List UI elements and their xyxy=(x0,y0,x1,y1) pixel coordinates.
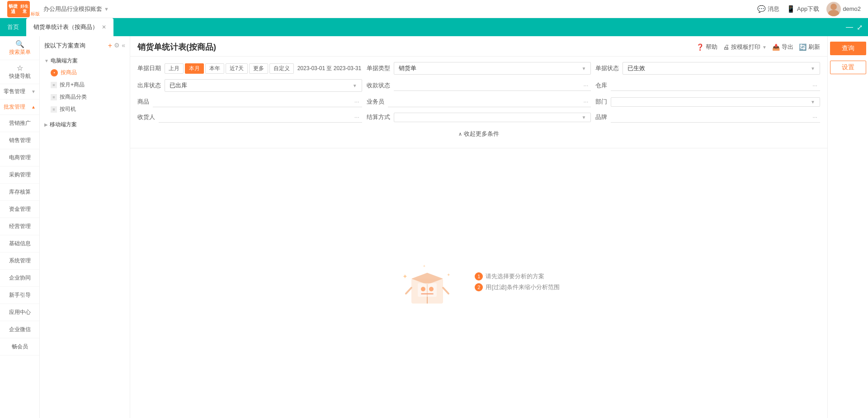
mobile-section-arrow: ▶ xyxy=(44,122,48,127)
sidebar-item-inventory[interactable]: 库存核算 xyxy=(0,184,39,201)
tab-close-icon[interactable]: ✕ xyxy=(102,24,106,30)
search-icon: 🔍 xyxy=(15,40,24,48)
receiver-dots: ··· xyxy=(354,114,359,120)
collapse-row: ∧ 收起更多条件 xyxy=(137,125,820,142)
svg-point-7 xyxy=(429,287,434,291)
tab-bar: 首页 销货单统计表（按商品） ✕ — ⤢ xyxy=(0,18,868,36)
sidebar-item-finance[interactable]: 资金管理 xyxy=(0,201,39,218)
inventory-label: 库存核算 xyxy=(9,189,31,195)
sidebar-quick-nav[interactable]: ☆ 快捷导航 xyxy=(0,60,39,84)
date-btn-last-month[interactable]: 上月 xyxy=(165,63,184,74)
minimize-icon[interactable]: — xyxy=(846,23,853,31)
date-quick-btns: 上月 本月 本年 近7天 更多 自定义 xyxy=(165,63,294,74)
sidebar-item-apps[interactable]: 应用中心 xyxy=(0,304,39,321)
empty-illustration: ✦ ✦ ✦ xyxy=(398,254,457,313)
brand-input[interactable]: ··· xyxy=(611,112,820,123)
collapse-button[interactable]: ∧ 收起更多条件 xyxy=(456,127,502,141)
receipt-status-filter-group: 收款状态 ··· xyxy=(367,80,591,91)
scheme-section-mobile-header[interactable]: ▶ 移动端方案 xyxy=(40,119,130,130)
system-label: 系统管理 xyxy=(9,257,31,264)
receiver-input[interactable]: ··· xyxy=(159,112,362,123)
refresh-button[interactable]: 🔄 刷新 xyxy=(799,43,820,51)
sidebar-item-wechat[interactable]: 企业微信 xyxy=(0,321,39,338)
scheme-item-by-cashier[interactable]: ≡ 按司机 xyxy=(40,103,130,115)
sidebar-item-retail[interactable]: 零售管理 ▼ xyxy=(0,84,39,100)
maximize-icon[interactable]: ⤢ xyxy=(857,23,863,32)
scheme-section-pc: ▼ 电脑端方案 • 按商品 ≡ 按月+商品 ≡ 按商品分类 ≡ 按司机 xyxy=(40,53,130,117)
retail-label: 零售管理 xyxy=(4,88,25,95)
payment-select[interactable]: ▼ xyxy=(394,113,591,122)
sidebar-item-purchase[interactable]: 采购管理 xyxy=(0,166,39,184)
scheme-section-mobile: ▶ 移动端方案 xyxy=(40,117,130,132)
product-input[interactable]: ··· xyxy=(153,96,362,107)
wholesale-label: 批发管理 xyxy=(4,103,25,111)
svg-rect-5 xyxy=(418,283,437,297)
sidebar-item-system[interactable]: 系统管理 xyxy=(0,252,39,270)
warehouse-input[interactable]: ··· xyxy=(611,80,820,91)
warehouse-label: 仓库 xyxy=(595,81,607,90)
pc-section-arrow: ▼ xyxy=(44,58,49,63)
receiver-label: 收货人 xyxy=(137,113,155,121)
dept-filter-group: 部门 ▼ xyxy=(595,97,820,107)
scheme-item-by-product[interactable]: • 按商品 xyxy=(40,66,130,79)
app-logo: 畅捷通 好生意 xyxy=(7,1,30,17)
top-bar: 畅捷通 好生意 标版 办公用品行业模拟账套 ▼ 💬 消息 📱 App下载 dem… xyxy=(0,0,868,18)
date-btn-custom[interactable]: 自定义 xyxy=(269,63,294,74)
template-print-button[interactable]: 🖨 按模板打印 ▼ xyxy=(723,43,767,51)
scheme-item-by-month-product[interactable]: ≡ 按月+商品 xyxy=(40,79,130,91)
receipt-status-dots: ··· xyxy=(583,82,588,89)
svg-rect-8 xyxy=(421,293,434,294)
ecommerce-label: 电商管理 xyxy=(9,154,31,161)
operations-label: 经营管理 xyxy=(9,223,31,229)
dept-select[interactable]: ▼ xyxy=(611,97,820,107)
add-scheme-button[interactable]: + xyxy=(108,42,112,50)
user-menu[interactable]: demo2 xyxy=(826,2,861,16)
scheme-item-by-category[interactable]: ≡ 按商品分类 xyxy=(40,91,130,103)
scheme-section-pc-header[interactable]: ▼ 电脑端方案 xyxy=(40,55,130,66)
app-download-button[interactable]: 📱 App下载 xyxy=(787,5,819,13)
doc-status-select[interactable]: 已生效 ▼ xyxy=(623,62,820,75)
sidebar-item-ecommerce[interactable]: 电商管理 xyxy=(0,149,39,166)
top-bar-left: 畅捷通 好生意 标版 办公用品行业模拟账套 ▼ xyxy=(7,1,109,17)
payment-filter-group: 结算方式 ▼ xyxy=(367,113,591,122)
date-btn-more[interactable]: 更多 xyxy=(249,63,268,74)
salesman-input[interactable]: ··· xyxy=(388,96,591,107)
sidebar-item-operations[interactable]: 经营管理 xyxy=(0,218,39,235)
dept-arrow: ▼ xyxy=(811,100,815,104)
member-label: 畅会员 xyxy=(12,343,28,350)
sidebar-item-onboarding[interactable]: 新手引导 xyxy=(0,287,39,304)
receipt-status-input[interactable]: ··· xyxy=(394,80,591,91)
sidebar-item-member[interactable]: 畅会员 xyxy=(0,338,39,356)
empty-hints: 1 请先选择要分析的方案 2 用[过滤]条件来缩小分析范围 xyxy=(475,272,559,294)
tab-sales-stats[interactable]: 销货单统计表（按商品） ✕ xyxy=(26,18,113,36)
query-button[interactable]: 查询 xyxy=(830,42,866,55)
sidebar-item-marketing[interactable]: 营销推广 xyxy=(0,115,39,132)
scheme-icon: ≡ xyxy=(51,94,57,100)
breadcrumb[interactable]: 办公用品行业模拟账套 ▼ xyxy=(43,5,109,13)
date-btn-this-month[interactable]: 本月 xyxy=(185,63,204,74)
collapse-scheme-button[interactable]: « xyxy=(122,42,125,50)
basic-label: 基础信息 xyxy=(9,240,31,247)
out-status-arrow: ▼ xyxy=(353,83,357,88)
sidebar-item-enterprise[interactable]: 企业协同 xyxy=(0,270,39,287)
sidebar-item-basic[interactable]: 基础信息 xyxy=(0,235,39,252)
page-header: 销货单统计表(按商品) ❓ 帮助 🖨 按模板打印 ▼ 📤 导出 xyxy=(130,36,827,57)
out-status-select[interactable]: 已出库 ▼ xyxy=(165,79,362,92)
export-icon: 📤 xyxy=(772,43,780,51)
sidebar-item-sales[interactable]: 销售管理 xyxy=(0,132,39,149)
settings-button[interactable]: 设置 xyxy=(830,61,866,74)
purchase-label: 采购管理 xyxy=(9,171,31,178)
tab-home[interactable]: 首页 xyxy=(0,18,26,36)
svg-point-0 xyxy=(830,4,837,10)
date-btn-this-year[interactable]: 本年 xyxy=(205,63,224,74)
chevron-up-icon: ▲ xyxy=(31,104,36,109)
payment-arrow: ▼ xyxy=(581,115,586,120)
sidebar-item-wholesale[interactable]: 批发管理 ▲ xyxy=(0,100,39,115)
sidebar-search[interactable]: 🔍 搜索菜单 xyxy=(0,36,39,60)
help-button[interactable]: ❓ 帮助 xyxy=(696,43,717,51)
settings-scheme-button[interactable]: ⚙ xyxy=(114,42,120,50)
date-btn-7-days[interactable]: 近7天 xyxy=(226,63,248,74)
doc-type-select[interactable]: 销货单 ▼ xyxy=(394,62,591,75)
message-button[interactable]: 💬 消息 xyxy=(757,5,779,13)
export-button[interactable]: 📤 导出 xyxy=(772,43,793,51)
